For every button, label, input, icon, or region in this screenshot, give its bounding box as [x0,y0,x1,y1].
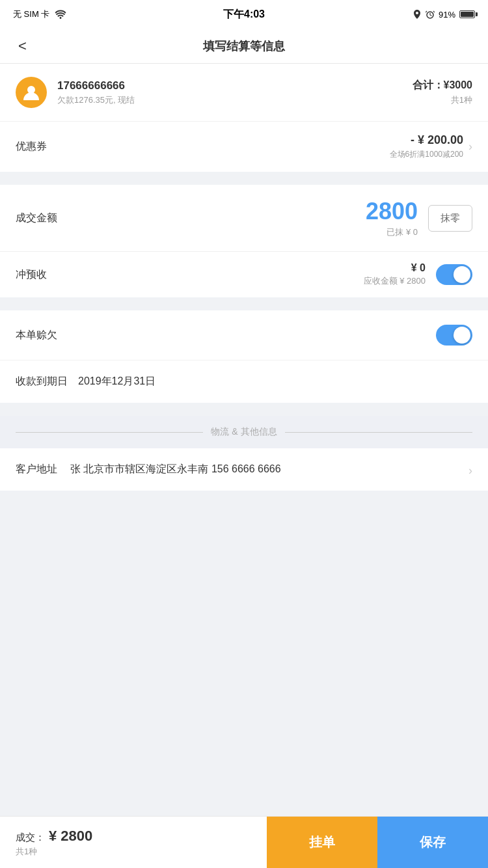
footer-deal-row: 成交： ¥ 2800 [16,828,251,845]
deal-amount-card: 成交金额 2800 已抹 ¥ 0 抹零 冲预收 ¥ 0 应收金额 ¥ 2800 [0,185,488,297]
address-row[interactable]: 客户地址 张 北京市市辖区海淀区永丰南 156 6666 6666 › [0,448,488,491]
section-divider-1 [0,178,488,185]
deal-label: 成交金额 [16,211,57,225]
deal-sub-text: 已抹 ¥ 0 [366,226,418,238]
sim-status: 无 SIM 卡 [13,8,49,20]
prepay-right: ¥ 0 应收金额 ¥ 2800 [364,262,472,287]
debt-card: 本单赊欠 收款到期日 2019年12月31日 [0,310,488,403]
user-avatar-icon [22,83,40,102]
debt-toggle[interactable] [436,325,472,346]
section-divider-2 [0,304,488,310]
footer: 成交： ¥ 2800 共1种 挂单 保存 [0,816,488,868]
location-icon [413,10,422,19]
prepay-amount-wrap: ¥ 0 应收金额 ¥ 2800 [364,262,426,287]
prepay-sub-text: 应收金额 ¥ 2800 [364,275,426,287]
total-amount: 合计：¥3000 [413,79,473,92]
deal-right: 2800 已抹 ¥ 0 抹零 [366,198,472,238]
deal-amount-wrap: 2800 已抹 ¥ 0 [366,198,418,238]
page-title: 填写结算等信息 [203,38,285,54]
wifi-icon [55,10,66,19]
section-line-left [16,432,203,433]
address-value: 张 北京市市辖区海淀区永丰南 156 6666 6666 [70,461,468,477]
address-card: 客户地址 张 北京市市辖区海淀区永丰南 156 6666 6666 › [0,448,488,491]
coupon-row[interactable]: 优惠券 - ¥ 200.00 全场6折满1000减200 › [0,121,488,172]
status-left: 无 SIM 卡 [13,8,66,20]
prepay-label: 冲预收 [16,268,364,282]
user-info: 17666666666 欠款1276.35元, 现结 [57,79,413,106]
debt-row: 本单赊欠 [0,310,488,360]
user-info-card: 17666666666 欠款1276.35元, 现结 合计：¥3000 共1种 … [0,64,488,172]
battery-percent: 91% [439,10,455,20]
main-content: 17666666666 欠款1276.35元, 现结 合计：¥3000 共1种 … [0,64,488,640]
status-right: 91% [413,10,475,20]
battery-icon [459,10,475,18]
coupon-label: 优惠券 [16,140,390,154]
footer-deal-label: 成交： [16,832,45,844]
deal-amount-value: 2800 [366,198,418,225]
address-chevron-icon: › [468,461,472,478]
alarm-icon [426,10,435,19]
logistics-section-label: 物流 & 其他信息 [203,426,284,438]
total-value: ¥3000 [444,79,473,90]
due-date-value: 2019年12月31日 [78,375,156,388]
user-sub-text: 欠款1276.35元, 现结 [57,94,413,106]
debt-label: 本单赊欠 [16,329,436,342]
due-date-label: 收款到期日 [16,375,68,388]
coupon-amount: - ¥ 200.00 [390,133,463,147]
coupon-right: - ¥ 200.00 全场6折满1000减200 › [390,133,472,160]
round-button[interactable]: 抹零 [428,205,472,232]
footer-info: 成交： ¥ 2800 共1种 [0,828,267,858]
hang-order-button[interactable]: 挂单 [267,817,377,869]
address-label: 客户地址 [16,461,57,476]
coupon-chevron-icon: › [468,140,472,154]
user-row: 17666666666 欠款1276.35元, 现结 合计：¥3000 共1种 [0,64,488,121]
prepay-toggle[interactable] [436,264,472,285]
total-sub: 共1种 [413,94,473,106]
section-line-right [285,432,472,433]
status-time: 下午4:03 [223,8,265,21]
footer-sub-text: 共1种 [16,846,251,858]
due-date-row: 收款到期日 2019年12月31日 [0,360,488,403]
back-button[interactable]: < [13,33,32,60]
avatar [16,77,47,108]
coupon-desc: 全场6折满1000减200 [390,149,463,160]
prepay-amount-value: ¥ 0 [364,262,426,274]
user-phone: 17666666666 [57,79,413,92]
prepay-row: 冲预收 ¥ 0 应收金额 ¥ 2800 [0,251,488,297]
status-bar: 无 SIM 卡 下午4:03 91% [0,0,488,29]
save-button[interactable]: 保存 [377,817,488,869]
footer-deal-amount: ¥ 2800 [49,828,92,845]
nav-bar: < 填写结算等信息 [0,29,488,64]
user-total: 合计：¥3000 共1种 [413,79,473,106]
deal-row: 成交金额 2800 已抹 ¥ 0 抹零 [0,185,488,251]
section-divider-3 [0,409,488,416]
logistics-section-label-row: 物流 & 其他信息 [0,416,488,448]
coupon-info: - ¥ 200.00 全场6折满1000减200 [390,133,463,160]
gray-spacer [0,497,488,575]
total-label: 合计： [413,79,444,90]
